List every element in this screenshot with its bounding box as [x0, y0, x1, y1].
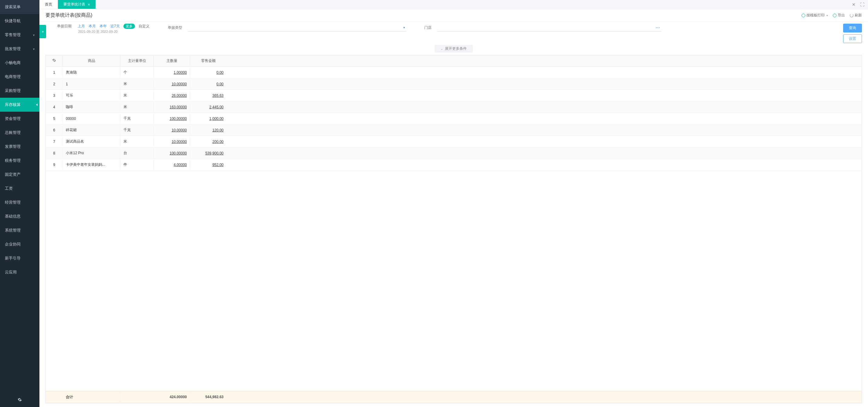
- grid-body: 1奥迪隐个1.000000.0021米10.000000.003可乐米26.00…: [46, 67, 862, 391]
- footer-amount: 544,982.63: [190, 393, 226, 402]
- sidebar-item-10[interactable]: 发票管理: [0, 140, 39, 153]
- sidebar-item-6[interactable]: 采购管理: [0, 84, 39, 98]
- cell-qty[interactable]: 26.00000: [154, 91, 190, 100]
- doc-type-filter: 单据类型 ▾: [168, 24, 406, 32]
- sidebar-item-label: 小畅电商: [5, 60, 21, 65]
- cell-amount[interactable]: 0.00: [190, 68, 226, 77]
- sidebar-item-9[interactable]: 总账管理: [0, 126, 39, 140]
- table-row[interactable]: 9卡伊美中老年女装妈妈...件4.00000952.00: [46, 159, 862, 171]
- cell-unit: 千克: [120, 114, 154, 123]
- sidebar-item-18[interactable]: 新手引导: [0, 251, 39, 265]
- cell-qty[interactable]: 10.00000: [154, 80, 190, 89]
- print-by-template-action[interactable]: 按模板打印 ▾: [802, 13, 828, 18]
- fullscreen-icon[interactable]: ⛶: [859, 1, 866, 8]
- sidebar-item-14[interactable]: 经营管理: [0, 196, 39, 209]
- sidebar-item-2[interactable]: 零售管理▾: [0, 28, 39, 42]
- cell-index: 2: [46, 80, 63, 89]
- sidebar-item-label: 经营管理: [5, 200, 21, 205]
- expand-more-filters[interactable]: ⌄ 展开更多条件: [435, 45, 473, 53]
- sidebar-item-13[interactable]: 工资: [0, 181, 39, 196]
- sidebar-item-4[interactable]: 小畅电商: [0, 56, 39, 70]
- table-row[interactable]: 3可乐米26.00000365.63: [46, 90, 862, 101]
- cell-amount[interactable]: 120.00: [190, 126, 226, 135]
- sidebar-item-17[interactable]: 企业协同: [0, 237, 39, 251]
- cell-qty[interactable]: 4.00000: [154, 160, 190, 169]
- sidebar-item-label: 基础信息: [5, 214, 21, 219]
- sidebar-item-12[interactable]: 固定资产: [0, 168, 39, 181]
- filter-collapse-toggle[interactable]: »: [39, 25, 46, 38]
- refresh-label: 刷新: [855, 13, 862, 18]
- cell-amount[interactable]: 1,000.00: [190, 114, 226, 123]
- tab-0[interactable]: 首页: [39, 0, 58, 9]
- cell-product: 碎花裙: [63, 125, 120, 135]
- cell-unit: 千克: [120, 125, 154, 135]
- sidebar-item-0[interactable]: 搜索菜单: [0, 0, 39, 14]
- cell-unit: 米: [120, 137, 154, 147]
- cell-amount[interactable]: 2,445.00: [190, 103, 226, 112]
- store-select[interactable]: ⋯: [437, 24, 661, 32]
- sidebar-item-5[interactable]: 电商管理: [0, 70, 39, 84]
- sidebar-item-label: 总账管理: [5, 130, 21, 135]
- export-action[interactable]: 导出: [833, 13, 845, 18]
- sidebar-item-11[interactable]: 税务管理: [0, 153, 39, 168]
- tab-1[interactable]: 要货单统计表×: [58, 0, 96, 9]
- cell-index: 7: [46, 137, 63, 146]
- preset-custom[interactable]: 自定义: [138, 24, 150, 29]
- cell-unit: 台: [120, 148, 154, 158]
- cell-qty[interactable]: 10.00000: [154, 126, 190, 135]
- preset-last-month[interactable]: 上月: [78, 24, 85, 29]
- sidebar-item-1[interactable]: 快捷导航: [0, 14, 39, 28]
- cell-qty[interactable]: 10.00000: [154, 137, 190, 146]
- search-button[interactable]: 查询: [843, 24, 862, 32]
- preset-this-year[interactable]: 本年: [99, 24, 107, 29]
- cell-qty[interactable]: 100.00000: [154, 114, 190, 123]
- header-unit[interactable]: 主计量单位: [120, 55, 154, 66]
- settings-gear-icon[interactable]: [18, 398, 22, 402]
- sidebar-item-16[interactable]: 系统管理: [0, 223, 39, 237]
- cell-unit: 件: [120, 159, 154, 170]
- cell-index: 6: [46, 126, 63, 135]
- sidebar-item-8[interactable]: 资金管理: [0, 112, 39, 126]
- cell-amount[interactable]: 0.00: [190, 80, 226, 89]
- header-settings-cell[interactable]: [46, 55, 63, 66]
- preset-last-7-days[interactable]: 近7天: [111, 24, 120, 29]
- cell-product: 1: [63, 80, 120, 89]
- header-product[interactable]: 商品: [63, 55, 120, 66]
- cell-amount[interactable]: 365.63: [190, 91, 226, 100]
- cell-index: 9: [46, 160, 63, 169]
- table-row[interactable]: 8小米12 Pro台100.00000539,900.00: [46, 147, 862, 159]
- export-icon: [833, 14, 836, 17]
- sidebar-item-label: 快捷导航: [5, 18, 21, 24]
- settings-button[interactable]: 设置: [843, 34, 862, 43]
- cell-amount[interactable]: 200.00: [190, 137, 226, 146]
- header-qty[interactable]: 主数量: [154, 55, 190, 66]
- refresh-action[interactable]: 刷新: [850, 13, 862, 18]
- cell-qty[interactable]: 163.00000: [154, 103, 190, 112]
- cell-qty[interactable]: 1.00000: [154, 68, 190, 77]
- sidebar-item-label: 电商管理: [5, 74, 21, 80]
- cell-amount[interactable]: 952.00: [190, 160, 226, 169]
- header-amount[interactable]: 零售金额: [190, 55, 226, 66]
- table-row[interactable]: 500000千克100.000001,000.00: [46, 113, 862, 124]
- table-row[interactable]: 7测试商品名米10.00000200.00: [46, 136, 862, 147]
- preset-this-month[interactable]: 本月: [89, 24, 96, 29]
- doc-type-select[interactable]: ▾: [188, 24, 406, 32]
- table-row[interactable]: 4咖啡米163.000002,445.00: [46, 101, 862, 113]
- chevron-down-icon: ▾: [33, 33, 35, 37]
- cell-amount[interactable]: 539,900.00: [190, 149, 226, 158]
- table-row[interactable]: 1奥迪隐个1.000000.00: [46, 67, 862, 78]
- table-row[interactable]: 21米10.000000.00: [46, 78, 862, 90]
- footer-label: 合计: [63, 392, 120, 402]
- preset-more-badge[interactable]: 更多: [123, 24, 135, 29]
- sidebar-item-3[interactable]: 批发管理▾: [0, 42, 39, 56]
- close-icon[interactable]: ×: [88, 2, 90, 7]
- table-row[interactable]: 6碎花裙千克10.00000120.00: [46, 124, 862, 136]
- cell-unit: 米: [120, 102, 154, 112]
- sidebar-item-15[interactable]: 基础信息: [0, 209, 39, 223]
- sidebar: 搜索菜单快捷导航零售管理▾批发管理▾小畅电商电商管理采购管理库存核算资金管理总账…: [0, 0, 39, 407]
- cell-qty[interactable]: 100.00000: [154, 149, 190, 158]
- sidebar-item-19[interactable]: 云应用: [0, 265, 39, 279]
- close-all-icon[interactable]: ✕: [850, 1, 857, 8]
- sidebar-item-7[interactable]: 库存核算: [0, 98, 39, 112]
- sidebar-item-label: 资金管理: [5, 116, 21, 121]
